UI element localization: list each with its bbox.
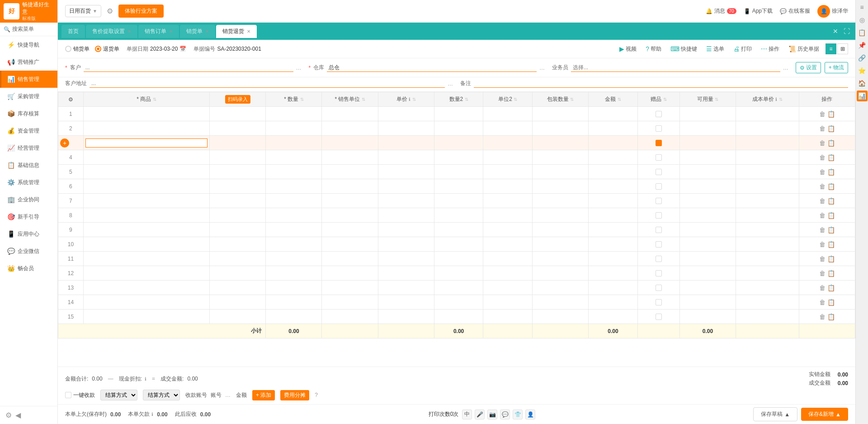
delete-row-btn-10[interactable]: 🗑 <box>819 241 826 248</box>
settlement-select[interactable]: 结算方式 <box>100 390 137 400</box>
cell-qty2-15[interactable] <box>434 310 483 324</box>
sidebar-item-sales-mgmt[interactable]: 📊销售管理 <box>0 71 57 88</box>
delete-row-btn-1[interactable]: 🗑 <box>819 110 826 118</box>
cell-pack-qty-8[interactable] <box>533 208 589 223</box>
cell-sales-unit-15[interactable] <box>322 310 378 324</box>
cell-amount-11[interactable] <box>589 252 638 266</box>
cell-available-1[interactable] <box>679 107 736 121</box>
sidebar-item-shortcuts[interactable]: ⚡快捷导航 <box>0 36 57 53</box>
cell-unit2-8[interactable] <box>483 208 533 223</box>
gift-checkbox-7[interactable] <box>656 198 662 204</box>
delete-row-btn-2[interactable]: 🗑 <box>819 125 826 132</box>
cell-available-11[interactable] <box>679 252 736 266</box>
cell-available-5[interactable] <box>679 165 736 179</box>
sort-cost-icon[interactable]: ⇅ <box>779 97 783 102</box>
cell-pack-qty-13[interactable] <box>533 281 589 295</box>
maximize-btn[interactable]: ⛶ <box>842 27 852 36</box>
column-settings-btn[interactable]: ⚙ 设置 <box>796 62 821 73</box>
cell-unit-price-12[interactable] <box>378 266 434 281</box>
close-tab-btn[interactable]: ✕ <box>831 27 840 36</box>
cell-unit2-12[interactable] <box>483 266 533 281</box>
cell-pack-qty-1[interactable] <box>533 107 589 121</box>
cell-gift-8[interactable] <box>637 208 679 223</box>
cell-sales-unit-4[interactable] <box>322 150 378 165</box>
cell-qty2-3[interactable] <box>434 136 483 150</box>
cell-unit2-14[interactable] <box>483 295 533 310</box>
sidebar-item-marketing[interactable]: 📢营销推广 <box>0 53 57 71</box>
note-input[interactable] <box>474 79 848 88</box>
cell-goods-8[interactable] <box>83 208 209 223</box>
cell-amount-6[interactable] <box>589 179 638 194</box>
person-icon[interactable]: 👤 <box>525 410 535 419</box>
cell-unit2-3[interactable] <box>483 136 533 150</box>
cell-goods-6[interactable] <box>83 179 209 194</box>
cell-amount-10[interactable] <box>589 237 638 252</box>
copy-row-btn-7[interactable]: 📋 <box>827 197 835 205</box>
cell-gift-10[interactable] <box>637 237 679 252</box>
cell-qty-4[interactable] <box>266 150 322 165</box>
cell-available-7[interactable] <box>679 194 736 208</box>
cell-unit-price-9[interactable] <box>378 223 434 237</box>
cell-qty-8[interactable] <box>266 208 322 223</box>
cell-qty2-14[interactable] <box>434 295 483 310</box>
cell-qty-6[interactable] <box>266 179 322 194</box>
customer-more-icon[interactable]: … <box>296 65 302 71</box>
cell-qty-14[interactable] <box>266 295 322 310</box>
cell-amount-9[interactable] <box>589 223 638 237</box>
cell-qty2-5[interactable] <box>434 165 483 179</box>
cell-amount-15[interactable] <box>589 310 638 324</box>
cell-qty2-7[interactable] <box>434 194 483 208</box>
cell-qty-1[interactable] <box>266 107 322 121</box>
cell-goods-10[interactable] <box>83 237 209 252</box>
cell-pack-qty-14[interactable] <box>533 295 589 310</box>
cell-qty2-2[interactable] <box>434 121 483 136</box>
cell-amount-13[interactable] <box>589 281 638 295</box>
cell-pack-qty-9[interactable] <box>533 223 589 237</box>
cell-amount-8[interactable] <box>589 208 638 223</box>
cell-qty-7[interactable] <box>266 194 322 208</box>
history-btn[interactable]: 📜 历史单据 <box>786 44 822 54</box>
cell-sales-unit-2[interactable] <box>322 121 378 136</box>
shortcuts-btn[interactable]: ⌨ 快捷键 <box>668 44 700 54</box>
cell-qty2-8[interactable] <box>434 208 483 223</box>
rp-btn-1[interactable]: ≡ <box>857 2 868 13</box>
sidebar-item-basic-info[interactable]: 📋基础信息 <box>0 157 57 174</box>
cell-qty2-9[interactable] <box>434 223 483 237</box>
account-dots[interactable]: … <box>225 392 231 398</box>
copy-row-btn-1[interactable]: 📋 <box>827 110 835 118</box>
sidebar-item-purchase-mgmt[interactable]: 🛒采购管理 <box>0 88 57 105</box>
radio-return[interactable]: 退货单 <box>95 45 119 53</box>
cell-gift-6[interactable] <box>637 179 679 194</box>
copy-row-btn-15[interactable]: 📋 <box>827 313 835 320</box>
cell-goods-4[interactable] <box>83 150 209 165</box>
video-btn[interactable]: ▶ 视频 <box>617 44 639 54</box>
delete-row-btn-15[interactable]: 🗑 <box>819 313 826 320</box>
operation-btn[interactable]: ⋯ 操作 <box>758 44 782 54</box>
copy-row-btn-14[interactable]: 📋 <box>827 299 835 306</box>
sidebar-item-guide[interactable]: 🎯新手引导 <box>0 208 57 225</box>
cell-unit-price-5[interactable] <box>378 165 434 179</box>
cell-qty2-10[interactable] <box>434 237 483 252</box>
sidebar-item-member[interactable]: 👑畅会员 <box>0 260 57 277</box>
copy-row-btn-11[interactable]: 📋 <box>827 255 835 262</box>
sidebar-item-enterprise[interactable]: 🏢企业协同 <box>0 191 57 208</box>
sort-pack-icon[interactable]: ⇅ <box>570 97 574 102</box>
cell-gift-2[interactable] <box>637 121 679 136</box>
gift-checkbox-12[interactable] <box>656 270 662 276</box>
add-row-btn[interactable]: + <box>60 138 69 148</box>
cell-unit2-13[interactable] <box>483 281 533 295</box>
gift-checkbox-13[interactable] <box>656 285 662 291</box>
salesperson-more-icon[interactable]: … <box>783 65 788 71</box>
cell-qty-10[interactable] <box>266 237 322 252</box>
cell-sales-unit-9[interactable] <box>322 223 378 237</box>
sort-qty2-icon[interactable]: ⇅ <box>465 97 468 102</box>
warehouse-input[interactable] <box>327 63 537 72</box>
tab-home[interactable]: 首页 <box>61 25 85 38</box>
cell-sales-unit-10[interactable] <box>322 237 378 252</box>
sort-qty-icon[interactable]: ⇅ <box>300 97 304 102</box>
cell-pack-qty-15[interactable] <box>533 310 589 324</box>
delete-row-btn-3[interactable]: 🗑 <box>819 139 826 147</box>
sort-gift-icon[interactable]: ⇅ <box>663 97 667 102</box>
sidebar-item-operations[interactable]: 📈经营管理 <box>0 139 57 157</box>
cell-goods-11[interactable] <box>83 252 209 266</box>
